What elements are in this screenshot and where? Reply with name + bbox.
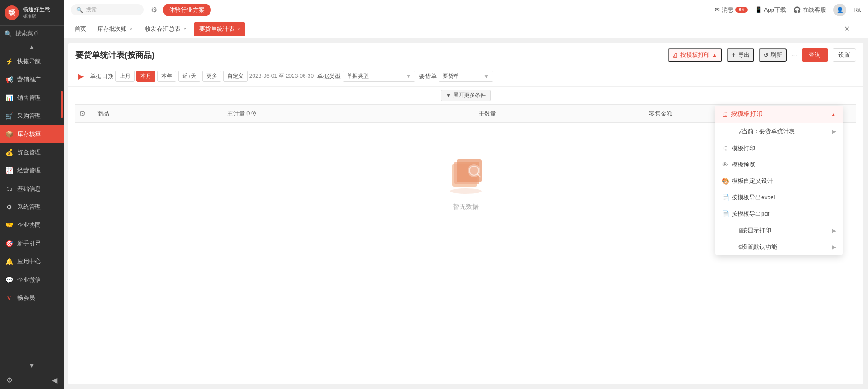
chevron-up-icon: ▲ xyxy=(712,52,718,59)
export-button[interactable]: ⬆ 导出 xyxy=(727,48,754,62)
tab-close-order-stat[interactable]: × xyxy=(237,26,240,32)
date-filter-group: 单据日期 上月 本月 本年 近7天 更多 自定义 2023-06-01 至 20… xyxy=(90,71,314,82)
sidebar-item-operations[interactable]: 📈 经营管理 xyxy=(0,162,64,180)
tab-order-stat[interactable]: 要货单统计表 × xyxy=(194,22,245,36)
tab-receipt-summary[interactable]: 收发存汇总表 × xyxy=(140,22,191,36)
order-type-dropdown[interactable]: 要货单 ▼ xyxy=(439,71,493,82)
refresh-label: 刷新 xyxy=(770,51,782,59)
pdf-icon: 📄 xyxy=(722,210,729,217)
template-print-label: 按模板打印 xyxy=(680,51,710,59)
sidebar-item-finance[interactable]: 💰 资金管理 xyxy=(0,143,64,162)
dropdown-current-item[interactable]: 🖨 当前：要货单统计表 ▶ xyxy=(715,123,843,140)
tab-batch-account[interactable]: 库存批次账 × xyxy=(92,22,138,36)
chevron-right-icon: ▶ xyxy=(832,128,836,135)
empty-text: 暂无数据 xyxy=(453,203,479,211)
dropdown-menu: 🖨 按模板打印 ▲ 🖨 当前：要货单统计表 ▶ 🖨 模板打印 👁 模板预览 xyxy=(715,106,843,255)
tab-close-batch-account[interactable]: × xyxy=(130,26,132,32)
expand-icon: ▼ xyxy=(446,92,451,99)
refresh-icon: ↺ xyxy=(763,52,768,59)
expand-window-icon[interactable]: ⛶ xyxy=(853,25,861,33)
dropdown-template-print[interactable]: 🖨 模板打印 xyxy=(715,140,843,157)
custom-btn[interactable]: 自定义 xyxy=(223,71,248,82)
current-icon: 🖨 xyxy=(738,128,744,135)
export-pdf-label: 按模板导出pdf xyxy=(732,210,769,218)
export-label: 导出 xyxy=(738,51,750,59)
export-icon: ⬆ xyxy=(731,52,736,59)
tab-home[interactable]: 首页 xyxy=(71,22,90,36)
settings-icon[interactable]: ⚙ xyxy=(6,376,13,384)
avatar[interactable]: 👤 xyxy=(833,4,846,16)
sidebar-item-sales[interactable]: 📊 销售管理 xyxy=(0,89,64,107)
sidebar-item-guide[interactable]: 🎯 新手引导 xyxy=(0,234,64,253)
sidebar-item-label: 畅会员 xyxy=(17,294,35,302)
sidebar-item-inventory[interactable]: 📦 库存核算 xyxy=(0,125,64,143)
dropdown-template-preview[interactable]: 👁 模板预览 xyxy=(715,157,843,173)
header-actions: ✉ 消息 99+ 📱 App下载 🎧 在线客服 👤 Rit xyxy=(715,4,861,16)
print-icon: 🖨 xyxy=(673,52,678,59)
template-print-button[interactable]: 🖨 按模板打印 ▲ xyxy=(668,48,722,62)
app-download-button[interactable]: 📱 App下载 xyxy=(755,6,786,14)
message-button[interactable]: ✉ 消息 99+ xyxy=(715,6,748,14)
curr-month-btn[interactable]: 本月 xyxy=(136,71,155,82)
sidebar-item-purchase[interactable]: 🛒 采购管理 xyxy=(0,107,64,125)
settings-button[interactable]: 设置 xyxy=(833,48,856,62)
sidebar-item-basic[interactable]: 🗂 基础信息 xyxy=(0,180,64,198)
header-search[interactable]: 🔍 搜索 xyxy=(71,4,144,15)
dropdown-collapse-icon[interactable]: ▲ xyxy=(830,111,836,118)
table-gear-icon[interactable]: ⚙ xyxy=(79,110,85,117)
sidebar-item-weapp[interactable]: 💬 企业微信 xyxy=(0,271,64,289)
header: 🔍 搜索 ⚙ 体验行业方案 ✉ 消息 99+ 📱 App下载 🎧 在线客服 👤 … xyxy=(64,0,868,20)
dropdown-export-excel[interactable]: 📄 按模板导出excel xyxy=(715,189,843,206)
date-filter-label: 单据日期 xyxy=(90,72,114,81)
logo-icon: 畅 xyxy=(5,5,19,20)
online-support-button[interactable]: 🎧 在线客服 xyxy=(793,6,826,14)
gear-icon[interactable]: ⚙ xyxy=(151,5,157,14)
scroll-indicator xyxy=(61,91,63,118)
sidebar-item-label: 营销推广 xyxy=(17,76,41,84)
dropdown-template-design[interactable]: 🎨 模板自定义设计 xyxy=(715,173,843,189)
message-icon: ✉ xyxy=(715,6,720,13)
7days-btn[interactable]: 近7天 xyxy=(178,71,200,82)
trial-button[interactable]: 体验行业方案 xyxy=(163,4,211,16)
basic-icon: 🗂 xyxy=(5,184,14,193)
sidebar-nav: ⚡ 快捷导航 📢 营销推广 📊 销售管理 🛒 采购管理 📦 库存核算 💰 资金管… xyxy=(0,52,64,360)
tab-close-receipt-summary[interactable]: × xyxy=(183,26,186,32)
sidebar-search[interactable]: 🔍 搜索菜单 xyxy=(0,26,64,41)
tabs-bar: 首页 库存批次账 × 收发存汇总表 × 要货单统计表 × ✕ ⛶ xyxy=(64,20,868,38)
prev-month-btn[interactable]: 上月 xyxy=(115,71,135,82)
close-window-icon[interactable]: ✕ xyxy=(844,25,850,33)
sidebar-item-system[interactable]: ⚙ 系统管理 xyxy=(0,198,64,216)
main-content: 🔍 搜索 ⚙ 体验行业方案 ✉ 消息 99+ 📱 App下载 🎧 在线客服 👤 … xyxy=(64,0,868,389)
collapse-icon[interactable]: ◀ xyxy=(52,376,57,384)
refresh-button[interactable]: ↺ 刷新 xyxy=(759,48,787,62)
page-actions: 🖨 按模板打印 ▲ ⬆ 导出 ↺ 刷新 ⋯ 查询 设置 xyxy=(668,48,856,62)
type-dropdown[interactable]: 单据类型 ▼ xyxy=(343,71,415,82)
sidebar-item-label: 采购管理 xyxy=(17,112,41,120)
curr-year-btn[interactable]: 本年 xyxy=(157,71,176,82)
print-icon: 🖨 xyxy=(722,145,728,152)
sidebar-item-label: 库存核算 xyxy=(17,130,41,138)
dropdown-export-pdf[interactable]: 📄 按模板导出pdf xyxy=(715,206,843,222)
sidebar-item-marketing[interactable]: 📢 营销推广 xyxy=(0,71,64,89)
expand-more-button[interactable]: ▼ 展开更多条件 xyxy=(441,90,491,101)
dropdown-default-func[interactable]: ⚙ 设置默认功能 ▶ xyxy=(715,239,843,255)
excel-icon: 📄 xyxy=(722,194,729,201)
sidebar-item-shortcut[interactable]: ⚡ 快捷导航 xyxy=(0,52,64,71)
page-header: 要货单统计表(按商品) 🖨 按模板打印 ▲ ⬆ 导出 ↺ 刷新 xyxy=(68,43,863,66)
sidebar-item-enterprise[interactable]: 🤝 企业协同 xyxy=(0,216,64,234)
default-func-label: 设置默认功能 xyxy=(742,243,777,251)
sidebar-scroll-down[interactable]: ▼ xyxy=(0,360,64,371)
operations-icon: 📈 xyxy=(5,166,14,175)
sidebar-item-label: 资金管理 xyxy=(17,148,41,157)
sidebar-item-appstore[interactable]: 🔔 应用中心 xyxy=(0,253,64,271)
dropdown-display-print[interactable]: 🖥 按显示打印 ▶ xyxy=(715,222,843,239)
sidebar-item-member[interactable]: V 畅会员 xyxy=(0,289,64,307)
type-dropdown-value: 单据类型 xyxy=(347,72,369,80)
sidebar-scroll-up[interactable]: ▲ xyxy=(0,41,64,52)
query-button[interactable]: 查询 xyxy=(802,48,828,62)
appstore-icon: 🔔 xyxy=(5,257,14,266)
more-btn[interactable]: 更多 xyxy=(202,71,221,82)
filter-expand-button[interactable]: ▶ xyxy=(75,71,86,81)
dropdown-title-label: 按模板打印 xyxy=(731,110,763,118)
export-excel-label: 按模板导出excel xyxy=(732,193,775,202)
